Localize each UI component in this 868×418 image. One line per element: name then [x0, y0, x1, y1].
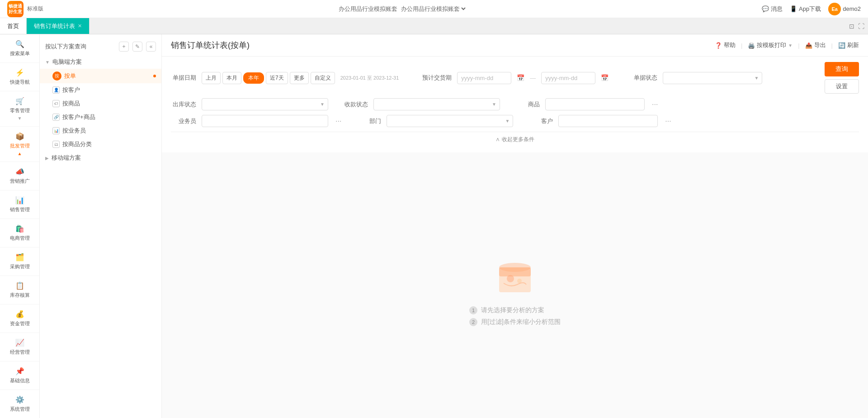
sidebar-item-wholesale[interactable]: 📦 批发管理 ▲	[0, 127, 39, 162]
sidebar-item-operation-label: 经营管理	[10, 349, 30, 356]
expected-date-label: 预计交货期	[422, 74, 452, 82]
query-button[interactable]: 查询	[825, 62, 859, 76]
help-btn[interactable]: ❓ 帮助	[715, 41, 736, 49]
customer-input[interactable]	[558, 115, 658, 127]
customer-dots[interactable]: ···	[665, 117, 671, 125]
tab-sales-stat-label: 销售订单统计表	[34, 22, 75, 30]
customer-label: 客户	[528, 117, 553, 125]
tab-restore-icon[interactable]: ⊡	[849, 23, 854, 30]
tab-home[interactable]: 首页	[0, 18, 27, 34]
active-indicator	[153, 75, 156, 77]
by-category-icon: 🗂	[52, 141, 60, 148]
tree-item-by-salesperson[interactable]: 📊 按业务员	[40, 124, 161, 138]
empty-hint-2: 2 用[过滤]条件来缩小分析范围	[469, 318, 561, 326]
receipt-status-select[interactable]	[373, 98, 500, 110]
app-download-btn[interactable]: 📱 App下载	[790, 5, 821, 13]
export-label: 导出	[814, 41, 826, 49]
filter-actions: 查询 设置	[825, 62, 859, 94]
filter-row-1: 单据日期 上月 本月 本年 近7天 更多 自定义 2023-01-01 至 20…	[171, 62, 859, 94]
date-btn-more[interactable]: 更多	[290, 72, 309, 84]
expected-date-end[interactable]	[541, 72, 595, 84]
sidebar-item-retail[interactable]: 🛒 零售管理 ▼	[0, 91, 39, 127]
sidebar-quick-nav[interactable]: ⚡ 快捷导航	[0, 63, 39, 91]
ecommerce-icon: 🛍️	[15, 224, 24, 233]
salesperson-input[interactable]	[202, 115, 328, 127]
dept-select[interactable]	[387, 115, 513, 127]
sidebar-item-purchase[interactable]: 🗂️ 采购管理	[0, 247, 39, 276]
sidebar-quick-nav-label: 快捷导航	[10, 79, 30, 86]
sidebar-item-marketing[interactable]: 📣 营销推广	[0, 162, 39, 190]
refresh-btn[interactable]: 🔄 刷新	[838, 41, 859, 49]
empty-state: 1 请先选择要分析的方案 2 用[过滤]条件来缩小分析范围	[162, 152, 868, 418]
sidebar-item-finance-label: 资金管理	[10, 320, 30, 327]
app-download-label: App下载	[799, 5, 821, 13]
calendar-icon-end[interactable]: 📅	[601, 74, 609, 81]
sidebar-item-basic[interactable]: 📌 基础信息	[0, 361, 39, 390]
sidebar-search[interactable]: 🔍 搜索菜单	[0, 34, 39, 63]
user-menu[interactable]: Ea demo2	[828, 3, 861, 15]
tree-item-by-cust-prod[interactable]: 🔗 按客户+商品	[40, 110, 161, 124]
collapse-label: 收起更多条件	[502, 136, 534, 142]
add-scheme-btn[interactable]: +	[119, 42, 129, 52]
hint-text-2: 用[过滤]条件来缩小分析范围	[481, 318, 561, 326]
sidebar-item-sales[interactable]: 📊 销售管理	[0, 190, 39, 219]
sidebar-item-system[interactable]: ⚙️ 系统管理	[0, 390, 39, 418]
message-icon: 💬	[762, 5, 769, 12]
tree-item-by-product[interactable]: 🏷 按商品	[40, 97, 161, 110]
sidebar-item-ecommerce[interactable]: 🛍️ 电商管理	[0, 219, 39, 247]
out-status-select[interactable]	[202, 98, 328, 110]
tabbar-right: ⊡ ⛶	[845, 18, 868, 34]
app-download-icon: 📱	[790, 5, 797, 12]
quick-nav-icon: ⚡	[15, 68, 24, 77]
date-btn-last-month[interactable]: 上月	[202, 72, 221, 84]
sidebar-item-operation[interactable]: 📈 经营管理	[0, 333, 39, 361]
date-buttons: 上月 本月 本年 近7天 更多 自定义	[202, 72, 335, 84]
product-label: 商品	[514, 100, 540, 109]
export-btn[interactable]: 📤 导出	[805, 41, 826, 49]
date-btn-this-year[interactable]: 本年	[243, 72, 264, 84]
tree-item-by-cust-prod-label: 按客户+商品	[62, 113, 95, 121]
tab-sales-stat[interactable]: 销售订单统计表 ✕	[27, 18, 90, 34]
calendar-icon-start[interactable]: 📅	[517, 74, 524, 81]
expected-date-start[interactable]	[457, 72, 511, 84]
breadcrumb: 办公用品行业模拟账套 办公用品行业模拟账套	[339, 5, 467, 13]
sidebar-item-finance[interactable]: 💰 资金管理	[0, 304, 39, 333]
collapse-icon: «	[150, 43, 153, 50]
dept-wrapper: ▼	[387, 115, 513, 127]
tree-item-by-category-label: 按商品分类	[62, 140, 92, 148]
sales-icon: 📊	[15, 196, 24, 204]
date-dash: —	[530, 75, 536, 81]
out-status-wrapper: ▼	[202, 98, 328, 110]
tree-item-by-order[interactable]: 按 按单	[40, 69, 161, 83]
product-dots[interactable]: ···	[652, 100, 658, 109]
product-input[interactable]	[545, 98, 645, 110]
logo-text: 畅捷通好生意	[9, 4, 22, 14]
settings-button[interactable]: 设置	[825, 79, 859, 94]
content-area: 按以下方案查询 + ✎ « ▼ 电脑端方案	[40, 34, 868, 418]
date-btn-7days[interactable]: 近7天	[266, 72, 288, 84]
tree-expand-icon: ▼	[45, 60, 50, 65]
tree-group-pc: ▼ 电脑端方案	[40, 55, 161, 69]
print-btn[interactable]: 🖨️ 按模板打印 ▼	[748, 41, 793, 49]
sidebar-item-inventory[interactable]: 📋 库存核算	[0, 276, 39, 304]
edit-scheme-btn[interactable]: ✎	[132, 42, 142, 52]
date-btn-custom[interactable]: 自定义	[311, 72, 335, 84]
message-btn[interactable]: 💬 消息	[762, 5, 783, 13]
help-icon: ❓	[715, 42, 722, 49]
date-btn-this-month[interactable]: 本月	[222, 72, 241, 84]
tree-item-by-customer[interactable]: 👤 按客户	[40, 83, 161, 97]
topbar: 畅捷通好生意 标准版 办公用品行业模拟账套 办公用品行业模拟账套 💬 消息 📱 …	[0, 0, 868, 18]
tab-fullscreen-icon[interactable]: ⛶	[858, 23, 864, 30]
doc-status-select[interactable]	[663, 72, 762, 84]
salesperson-dots[interactable]: ···	[335, 117, 341, 125]
sidebar-item-sales-label: 销售管理	[10, 206, 30, 213]
collapse-panel-btn[interactable]: «	[146, 42, 156, 52]
page-title-row: 销售订单统计表(按单) ❓ 帮助 | 🖨️ 按模板打印 ▼ |	[171, 40, 859, 51]
breadcrumb-select[interactable]: 办公用品行业模拟账套	[399, 5, 467, 13]
collapse-bar[interactable]: ∧ 收起更多条件	[171, 132, 859, 147]
by-salesperson-icon: 📊	[52, 127, 60, 134]
sidebar-item-purchase-label: 采购管理	[10, 263, 30, 270]
tree-item-by-category[interactable]: 🗂 按商品分类	[40, 138, 161, 151]
sep2: |	[798, 42, 799, 49]
tab-close-icon[interactable]: ✕	[78, 23, 82, 29]
